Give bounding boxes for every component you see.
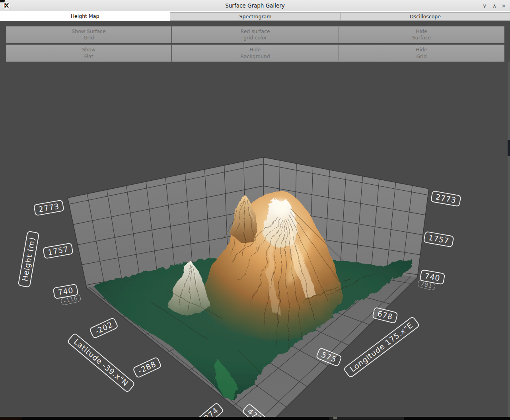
tab-spectrogram[interactable]: Spectrogram [170,12,341,21]
background-window-edge [508,62,510,417]
tab-oscilloscope[interactable]: Oscilloscope [340,12,510,21]
title-bar: Surface Graph Gallery ∨ ∧ × [0,0,510,12]
tab-height-map[interactable]: Height Map [0,11,170,21]
taskbar-segment [329,417,404,420]
surface-plot-viewport[interactable]: 2773 1757 740 -116 Height (m) 2773 1757 … [0,21,510,417]
app-window: Surface Graph Gallery ∨ ∧ × Height Map S… [0,0,510,420]
close-button[interactable]: × [499,0,508,11]
taskbar-segment [0,417,22,420]
bottom-taskbar-sliver [0,417,510,420]
background-window-patch [508,140,510,156]
tab-bar: Height Map Spectrogram Oscilloscope [0,11,510,21]
taskbar-indicator [333,417,337,419]
minimize-button[interactable]: ∨ [480,0,489,11]
window-title: Surface Graph Gallery [0,0,510,11]
surface-plot-canvas[interactable] [0,21,510,417]
maximize-button[interactable]: ∧ [490,0,499,11]
